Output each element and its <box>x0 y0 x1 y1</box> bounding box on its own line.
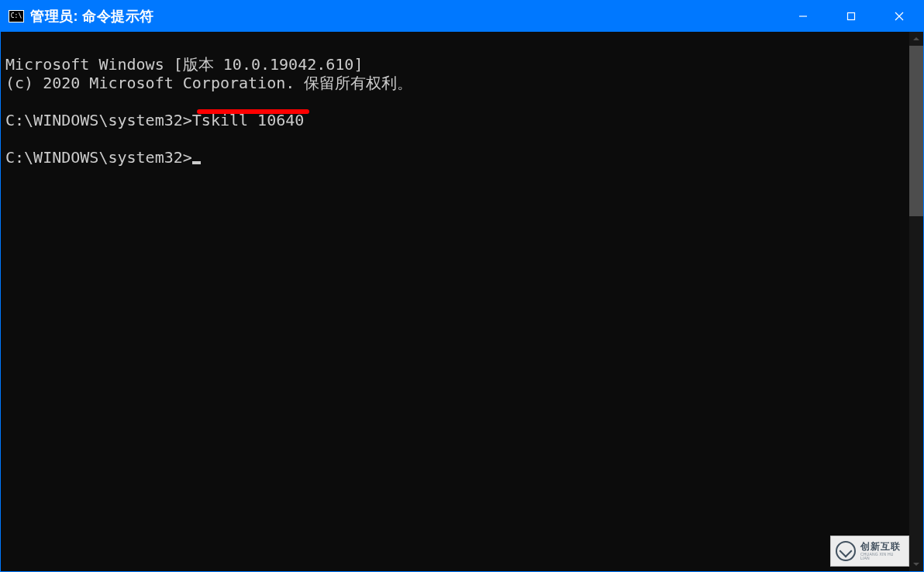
cmd-icon-glyph: C:\ <box>11 13 22 19</box>
watermark-en: CHUANG XIN HU LIAN <box>860 553 904 560</box>
cursor <box>192 161 201 164</box>
watermark-text: 创新互联 CHUANG XIN HU LIAN <box>860 542 904 560</box>
console-prompt: C:\WINDOWS\system32> <box>5 148 201 167</box>
chevron-down-icon <box>912 560 920 568</box>
scrollbar-thumb[interactable] <box>909 46 923 216</box>
watermark-badge: 创新互联 CHUANG XIN HU LIAN <box>830 536 909 567</box>
watermark-logo-icon <box>836 541 856 561</box>
scroll-up-button[interactable] <box>909 32 923 46</box>
prompt-text: C:\WINDOWS\system32> <box>5 148 192 167</box>
svg-rect-1 <box>848 13 855 20</box>
console-line: Microsoft Windows [版本 10.0.19042.610] <box>5 55 363 74</box>
chevron-up-icon <box>912 35 920 43</box>
maximize-icon <box>846 12 856 21</box>
console-output[interactable]: Microsoft Windows [版本 10.0.19042.610] (c… <box>1 32 909 571</box>
scrollbar-track[interactable] <box>909 46 923 557</box>
red-underline-annotation <box>197 109 309 114</box>
titlebar[interactable]: C:\ 管理员: 命令提示符 <box>1 1 923 32</box>
close-button[interactable] <box>875 1 923 32</box>
window-title: 管理员: 命令提示符 <box>30 7 154 26</box>
console-line: (c) 2020 Microsoft Corporation. 保留所有权利。 <box>5 74 412 92</box>
minimize-button[interactable] <box>779 1 827 32</box>
minimize-icon <box>798 12 808 21</box>
client-area: Microsoft Windows [版本 10.0.19042.610] (c… <box>1 32 923 571</box>
close-icon <box>895 12 904 21</box>
maximize-button[interactable] <box>827 1 875 32</box>
cmd-icon: C:\ <box>9 10 24 22</box>
cmd-window: C:\ 管理员: 命令提示符 Microsoft Windows [版本 10.… <box>0 0 924 572</box>
watermark-cn: 创新互联 <box>860 542 904 551</box>
vertical-scrollbar[interactable] <box>909 32 923 571</box>
scroll-down-button[interactable] <box>909 557 923 571</box>
